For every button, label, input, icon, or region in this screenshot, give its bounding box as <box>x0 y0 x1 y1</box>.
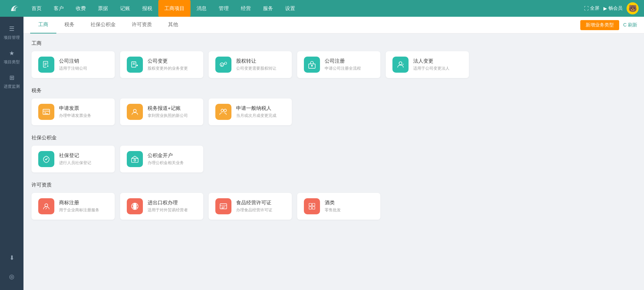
company-cancel-icon <box>38 57 54 73</box>
card-housing-fund[interactable]: 公积金开户 办理公积金相关业务 <box>120 146 203 172</box>
card-legal-change[interactable]: 法人变更 适用于公司变更法人 <box>386 51 469 78</box>
svg-rect-15 <box>311 65 313 66</box>
legal-change-icon <box>392 57 409 73</box>
vip-icon: ▶ <box>603 6 607 11</box>
nav-operation[interactable]: 经营 <box>235 0 257 17</box>
svg-point-30 <box>133 203 137 210</box>
sidebar-item-progress[interactable]: ⊞ 进度监测 <box>0 69 23 93</box>
nav-settings[interactable]: 设置 <box>279 0 301 17</box>
svg-rect-40 <box>312 207 315 209</box>
food-license-desc: 办理食品经营许可证 <box>236 207 272 213</box>
company-cancel-desc: 适用于注销公司 <box>59 66 87 71</box>
svg-text:¥: ¥ <box>220 63 223 67</box>
tax-card-grid: 申请发票 办理申请发票业务 税务报道+记账 拿到营业执照的新公司 <box>32 98 636 125</box>
card-company-register[interactable]: 公司注册 申请公司注册全流程 <box>297 51 380 78</box>
svg-line-28 <box>46 208 47 209</box>
card-trademark[interactable]: 商标注册 用于企业商标注册服务 <box>32 193 115 220</box>
sidebar-item-project-manage[interactable]: ☰ 项目管理 <box>0 20 23 45</box>
nav-service[interactable]: 服务 <box>257 0 279 17</box>
svg-point-24 <box>224 109 227 112</box>
project-manage-icon: ☰ <box>7 24 16 33</box>
svg-point-26 <box>134 159 136 161</box>
card-company-change[interactable]: 公司变更 股权变更外的业务变更 <box>120 51 203 78</box>
import-export-title: 进出口权办理 <box>148 200 188 206</box>
tab-license[interactable]: 许可资质 <box>124 17 160 33</box>
nav-home[interactable]: 首页 <box>25 0 48 17</box>
nav-menu: 首页 客户 收费 票据 记账 报税 工商项目 消息 管理 经营 服务 设置 <box>25 0 584 17</box>
svg-point-22 <box>133 109 137 112</box>
company-register-desc: 申请公司注册全流程 <box>325 66 361 71</box>
trademark-desc: 用于企业商标注册服务 <box>59 207 99 213</box>
equity-transfer-text: 股权转让 公司变更需要股权转让 <box>236 58 276 71</box>
tab-other[interactable]: 其他 <box>160 17 186 33</box>
housing-fund-title: 公积金开户 <box>148 152 184 159</box>
sidebar-label-progress: 进度监测 <box>4 84 20 89</box>
food-license-title: 食品经营许可证 <box>236 200 272 206</box>
tax-report-icon <box>127 104 143 120</box>
svg-point-23 <box>221 109 224 112</box>
general-taxpayer-icon <box>215 104 231 120</box>
social-insurance-title: 社保登记 <box>59 152 91 159</box>
sidebar: ☰ 项目管理 ★ 项目类型 ⊞ 进度监测 ⬇ ◎ <box>0 17 23 290</box>
sidebar-download[interactable]: ⬇ <box>7 250 16 266</box>
refresh-button[interactable]: C 刷新 <box>623 22 637 28</box>
fullscreen-icon: ⛶ <box>584 6 589 11</box>
sidebar-label-project-type: 项目类型 <box>4 59 20 65</box>
download-icon: ⬇ <box>7 253 16 263</box>
project-type-icon: ★ <box>7 49 16 58</box>
nav-tax[interactable]: 报税 <box>136 0 158 17</box>
housing-fund-desc: 办理公积金相关业务 <box>148 160 184 166</box>
tab-actions: 新增业务类型 C 刷新 <box>580 20 637 30</box>
social-card-grid: 社保登记 进行人员社保登记 公积金开户 办理公积金相关业务 <box>32 146 636 172</box>
card-general-taxpayer[interactable]: 申请一般纳税人 当月或次月成变更完成 <box>209 98 292 125</box>
card-company-cancel[interactable]: 公司注销 适用于注销公司 <box>32 51 115 78</box>
card-tax-report[interactable]: 税务报道+记账 拿到营业执照的新公司 <box>120 98 203 125</box>
tab-tax[interactable]: 税务 <box>56 17 83 33</box>
tax-report-desc: 拿到营业执照的新公司 <box>148 113 188 119</box>
svg-point-16 <box>399 62 402 65</box>
nav-right-area: ⛶ 全屏 ▶ 畅会员 🐻 <box>584 2 639 14</box>
card-apply-invoice[interactable]: 申请发票 办理申请发票业务 <box>32 98 115 125</box>
svg-point-27 <box>45 204 48 207</box>
alcohol-desc: 零售批发 <box>325 207 341 213</box>
nav-invoices[interactable]: 票据 <box>92 0 114 17</box>
user-avatar[interactable]: 🐻 <box>627 2 639 14</box>
legal-change-desc: 适用于公司变更法人 <box>413 66 449 71</box>
social-insurance-icon <box>38 151 54 167</box>
import-export-icon <box>127 198 143 214</box>
card-alcohol[interactable]: 酒类 零售批发 <box>297 193 380 220</box>
company-change-text: 公司变更 股权变更外的业务变更 <box>148 58 188 71</box>
nav-message[interactable]: 消息 <box>191 0 213 17</box>
nav-industry[interactable]: 工商项目 <box>158 0 191 17</box>
apply-invoice-title: 申请发票 <box>59 105 91 112</box>
card-food-license[interactable]: 食品经营许可证 办理食品经营许可证 <box>209 193 292 220</box>
company-change-desc: 股权变更外的业务变更 <box>148 66 188 71</box>
nav-accounting[interactable]: 记账 <box>114 0 136 17</box>
card-equity-transfer[interactable]: ¥ 股权转让 公司变更需要股权转让 <box>209 51 292 78</box>
tax-report-title: 税务报道+记账 <box>148 105 188 112</box>
equity-transfer-desc: 公司变更需要股权转让 <box>236 66 276 71</box>
section-title-industry: 工商 <box>32 40 636 47</box>
sidebar-label-project-manage: 项目管理 <box>4 35 20 41</box>
card-social-insurance[interactable]: 社保登记 进行人员社保登记 <box>32 146 115 172</box>
scroll-area[interactable]: 工商 公司注销 适用于注销公司 公司变更 <box>23 33 644 290</box>
sidebar-help[interactable]: ◎ <box>7 269 16 285</box>
general-taxpayer-text: 申请一般纳税人 当月或次月成变更完成 <box>236 105 276 119</box>
sidebar-item-project-type[interactable]: ★ 项目类型 <box>0 45 23 69</box>
nav-manage[interactable]: 管理 <box>213 0 235 17</box>
company-cancel-text: 公司注销 适用于注销公司 <box>59 58 87 71</box>
svg-rect-25 <box>131 158 138 162</box>
top-navigation: 首页 客户 收费 票据 记账 报税 工商项目 消息 管理 经营 服务 设置 ⛶ … <box>0 0 644 17</box>
svg-rect-39 <box>309 207 312 209</box>
add-business-type-button[interactable]: 新增业务类型 <box>580 20 619 30</box>
svg-rect-37 <box>309 203 312 206</box>
tab-social-insurance[interactable]: 社保公积金 <box>83 17 124 33</box>
tab-industry[interactable]: 工商 <box>30 17 56 33</box>
nav-fees[interactable]: 收费 <box>70 0 92 17</box>
company-cancel-title: 公司注销 <box>59 58 87 64</box>
vip-button[interactable]: ▶ 畅会员 <box>603 5 623 11</box>
legal-change-text: 法人变更 适用于公司变更法人 <box>413 58 449 71</box>
fullscreen-button[interactable]: ⛶ 全屏 <box>584 5 599 11</box>
card-import-export[interactable]: 进出口权办理 适用于对外贸易经营者 <box>120 193 203 220</box>
nav-customer[interactable]: 客户 <box>48 0 70 17</box>
